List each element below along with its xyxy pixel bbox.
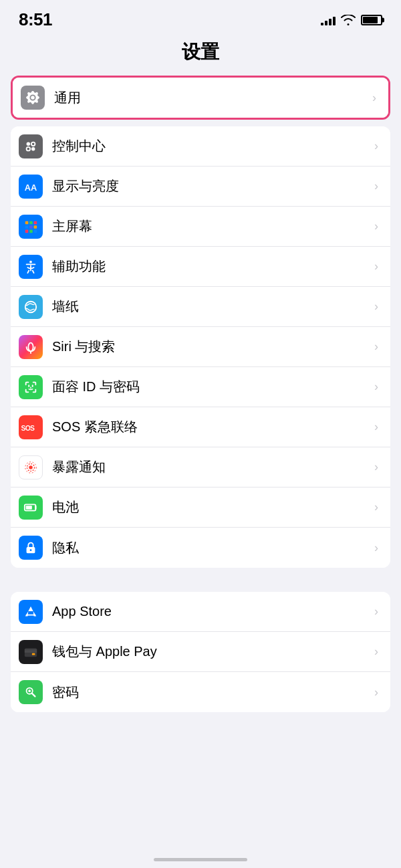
group-separator-2	[0, 568, 401, 592]
svg-rect-5	[25, 221, 29, 224]
faceid-chevron: ›	[374, 380, 378, 394]
wallet-icon	[19, 640, 43, 664]
faceid-label: 面容 ID 与密码	[52, 378, 369, 396]
svg-point-1	[31, 142, 35, 146]
home-indicator	[154, 858, 247, 861]
exposure-label: 暴露通知	[52, 458, 369, 476]
exposure-icon	[19, 455, 43, 479]
settings-item-wallpaper[interactable]: 墙纸 ›	[11, 287, 390, 327]
wifi-icon	[341, 15, 356, 25]
privacy-label: 隐私	[52, 539, 369, 557]
siri-icon	[19, 335, 43, 359]
general-label: 通用	[54, 89, 367, 107]
control-center-icon	[19, 134, 43, 158]
page-title: 设置	[0, 34, 401, 76]
svg-rect-30	[25, 650, 37, 653]
passwords-icon	[19, 680, 43, 704]
settings-item-sos[interactable]: SOS SOS 紧急联络 ›	[11, 407, 390, 447]
exposure-chevron: ›	[374, 460, 378, 474]
signal-icon	[321, 15, 336, 25]
passwords-label: 密码	[52, 683, 369, 701]
settings-item-battery[interactable]: 电池 ›	[11, 487, 390, 528]
status-icons	[321, 15, 382, 25]
status-bar: 8:51	[0, 0, 401, 34]
battery-chevron: ›	[374, 500, 378, 514]
settings-item-exposure[interactable]: 暴露通知 ›	[11, 447, 390, 487]
svg-rect-13	[34, 229, 37, 233]
wallpaper-icon	[19, 295, 43, 319]
display-label: 显示与亮度	[52, 177, 369, 195]
accessibility-chevron: ›	[374, 259, 378, 274]
svg-point-2	[27, 146, 31, 150]
settings-group-3: App Store › 钱包与 Apple Pay ›	[11, 592, 390, 712]
svg-point-0	[27, 142, 31, 146]
wallpaper-chevron: ›	[374, 300, 378, 314]
svg-rect-12	[29, 229, 33, 233]
sos-chevron: ›	[374, 420, 378, 434]
sos-icon: SOS	[19, 415, 43, 439]
battery-label: 电池	[52, 498, 369, 516]
wallpaper-label: 墙纸	[52, 298, 369, 316]
svg-point-33	[28, 689, 31, 692]
battery-settings-icon	[19, 496, 43, 520]
svg-rect-31	[32, 653, 35, 655]
appstore-label: App Store	[52, 604, 369, 619]
svg-rect-7	[34, 221, 37, 224]
home-screen-icon	[19, 215, 43, 239]
control-center-label: 控制中心	[52, 137, 369, 155]
highlighted-section: 通用 ›	[11, 76, 390, 120]
svg-point-14	[29, 260, 32, 263]
svg-rect-9	[29, 225, 33, 229]
svg-point-22	[29, 465, 33, 469]
faceid-icon	[19, 375, 43, 399]
appstore-chevron: ›	[374, 605, 378, 619]
siri-chevron: ›	[374, 340, 378, 354]
svg-point-28	[30, 549, 32, 551]
settings-item-display[interactable]: AA 显示与亮度 ›	[11, 167, 390, 207]
group-separator-1	[0, 120, 401, 126]
general-chevron: ›	[372, 91, 376, 105]
wallet-label: 钱包与 Apple Pay	[52, 643, 369, 661]
display-chevron: ›	[374, 179, 378, 193]
status-time: 8:51	[19, 9, 52, 30]
settings-item-home-screen[interactable]: 主屏幕 ›	[11, 207, 390, 247]
settings-item-passwords[interactable]: 密码 ›	[11, 672, 390, 712]
svg-text:SOS: SOS	[21, 424, 35, 431]
wallet-chevron: ›	[374, 645, 378, 659]
settings-item-privacy[interactable]: 隐私 ›	[11, 528, 390, 568]
accessibility-label: 辅助功能	[52, 257, 369, 276]
settings-item-appstore[interactable]: App Store ›	[11, 592, 390, 632]
home-screen-label: 主屏幕	[52, 217, 369, 235]
settings-group-2: 控制中心 › AA 显示与亮度 ›	[11, 126, 390, 568]
display-icon: AA	[19, 175, 43, 199]
sos-label: SOS 紧急联络	[52, 418, 369, 436]
svg-point-3	[31, 146, 35, 150]
battery-icon	[361, 15, 382, 25]
svg-rect-8	[25, 225, 29, 229]
svg-rect-11	[25, 229, 29, 233]
svg-rect-10	[34, 225, 37, 229]
siri-label: Siri 与搜索	[52, 338, 369, 356]
settings-item-general[interactable]: 通用 ›	[13, 78, 388, 118]
accessibility-icon	[19, 255, 43, 279]
svg-rect-6	[29, 221, 33, 224]
privacy-icon	[19, 536, 43, 560]
settings-item-wallet[interactable]: 钱包与 Apple Pay ›	[11, 632, 390, 672]
home-screen-chevron: ›	[374, 219, 378, 233]
passwords-chevron: ›	[374, 685, 378, 699]
settings-item-accessibility[interactable]: 辅助功能 ›	[11, 247, 390, 287]
svg-point-15	[25, 301, 37, 312]
settings-item-control-center[interactable]: 控制中心 ›	[11, 126, 390, 167]
svg-rect-26	[26, 506, 32, 510]
general-icon	[21, 86, 45, 110]
appstore-icon	[19, 600, 43, 624]
privacy-chevron: ›	[374, 541, 378, 555]
settings-item-siri[interactable]: Siri 与搜索 ›	[11, 327, 390, 367]
svg-point-16	[28, 342, 33, 351]
settings-item-faceid[interactable]: 面容 ID 与密码 ›	[11, 367, 390, 407]
svg-text:AA: AA	[25, 182, 37, 192]
control-center-chevron: ›	[374, 139, 378, 153]
